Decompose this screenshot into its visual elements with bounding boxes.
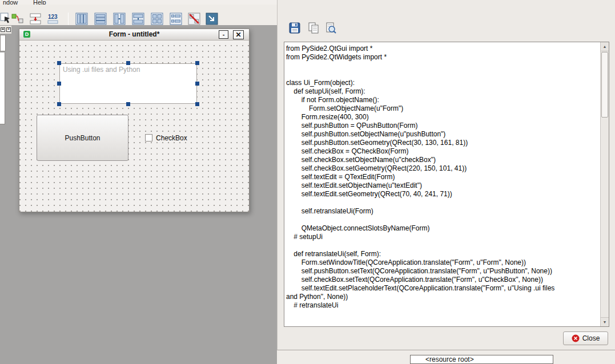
code-line: Form.resize(400, 300) [286, 113, 600, 122]
textedit-widget[interactable]: Using .ui files and Python [59, 63, 197, 104]
find-icon[interactable] [323, 21, 338, 35]
resource-root-item[interactable]: <resource root> [425, 355, 553, 363]
code-line: self.pushButton = QPushButton(Form) [286, 122, 600, 130]
form-window-titlebar[interactable]: D Form - untitled* - ✕ [19, 29, 249, 41]
scroll-down-icon[interactable]: ▼ [601, 317, 609, 326]
menu-help[interactable]: Help [33, 0, 46, 5]
code-line [286, 216, 600, 224]
selection-handle[interactable] [57, 102, 61, 106]
selection-handle[interactable] [195, 61, 199, 65]
selection-handle[interactable] [57, 61, 61, 65]
checkbox-widget[interactable]: CheckBox [145, 126, 203, 149]
selection-handle[interactable] [195, 102, 199, 106]
code-line: self.checkBox.setText(QCoreApplication.t… [286, 276, 600, 284]
code-line: self.textEdit.setObjectName(u"textEdit") [286, 181, 600, 190]
form-close-button[interactable]: ✕ [233, 30, 244, 39]
code-line: self.textEdit.setGeometry(QRect(70, 40, … [286, 190, 600, 199]
code-line: self.textEdit.setPlaceholderText(QCoreAp… [286, 284, 600, 293]
svg-text:123: 123 [48, 14, 58, 20]
form-minimize-button[interactable]: - [219, 30, 228, 39]
code-line: self.retranslateUi(Form) [286, 207, 600, 216]
dock-float-icon[interactable] [1, 27, 5, 32]
pushbutton-widget[interactable]: PushButton [37, 115, 128, 161]
code-line: if not Form.objectName(): [286, 96, 600, 104]
qt-designer-screen: ndow Help 123 [0, 0, 615, 364]
copy-icon[interactable] [306, 21, 321, 35]
close-button[interactable]: Close [563, 331, 608, 345]
code-line: class Ui_Form(object): [286, 79, 600, 87]
edit-tab-order-icon[interactable]: 123 [46, 11, 61, 26]
code-line: from PySide2.QtGui import * [286, 45, 600, 53]
form-window-title: Form - untitled* [19, 29, 249, 40]
selection-handle[interactable] [126, 61, 130, 65]
menubar: ndow Help [0, 0, 277, 5]
edit-buddies-icon[interactable] [29, 11, 43, 26]
scrollbar-thumb[interactable] [601, 52, 608, 118]
layout-grid-icon[interactable] [150, 11, 164, 26]
edit-signals-slots-icon[interactable] [10, 11, 25, 26]
code-line: QMetaObject.connectSlotsByName(Form) [286, 224, 600, 233]
scroll-up-icon[interactable]: ▲ [601, 42, 609, 51]
dock-fragment-panel [0, 52, 5, 124]
code-view[interactable]: from PySide2.QtGui import *from PySide2.… [284, 42, 609, 327]
code-line: self.pushButton.setGeometry(QRect(30, 13… [286, 139, 600, 147]
dock-fragment-box [0, 35, 6, 51]
code-line: self.textEdit = QTextEdit(Form) [286, 173, 600, 181]
code-line: self.checkBox.setGeometry(QRect(220, 150… [286, 164, 600, 173]
code-line: Form.setObjectName(u"Form") [286, 104, 600, 113]
layout-vertical-icon[interactable] [93, 11, 108, 26]
layout-vertical-splitter-icon[interactable] [131, 11, 146, 26]
code-line [286, 199, 600, 207]
menu-window[interactable]: ndow [3, 0, 18, 5]
selection-handle[interactable] [57, 82, 61, 86]
code-line: and Python", None)) [286, 293, 600, 301]
close-button-label: Close [582, 334, 600, 342]
code-line: def setupUi(self, Form): [286, 87, 600, 96]
resource-browser: <resource root> [410, 355, 553, 364]
code-line: self.checkBox = QCheckBox(Form) [286, 147, 600, 156]
code-line: self.checkBox.setObjectName(u"checkBox") [286, 156, 600, 164]
code-lines: from PySide2.QtGui import *from PySide2.… [284, 42, 600, 326]
toolbar-separator [68, 13, 69, 25]
save-icon[interactable] [287, 21, 302, 35]
main-toolbar: 123 [0, 5, 277, 25]
layout-horizontal-splitter-icon[interactable] [112, 11, 127, 26]
code-line: # retranslateUi [286, 301, 600, 310]
checkbox-label: CheckBox [156, 134, 187, 142]
break-layout-icon[interactable] [187, 11, 202, 26]
adjust-size-icon[interactable] [204, 11, 219, 26]
selection-handle[interactable] [195, 82, 199, 86]
layout-form-icon[interactable] [168, 11, 183, 26]
code-line: from PySide2.QtWidgets import * [286, 53, 600, 62]
code-line: Form.setWindowTitle(QCoreApplication.tra… [286, 258, 600, 267]
selection-handle[interactable] [126, 102, 130, 106]
layout-horizontal-icon[interactable] [74, 11, 89, 26]
code-preview-dialog: from PySide2.QtGui import *from PySide2.… [277, 0, 615, 350]
dock-close-icon[interactable]: ✕ [6, 27, 11, 32]
close-circle-icon [572, 334, 580, 342]
vertical-scrollbar[interactable]: ▲ ▼ [600, 42, 609, 326]
form-editor-window: D Form - untitled* - ✕ Using .ui files a… [19, 29, 250, 212]
code-line: # setupUi [286, 233, 600, 241]
code-line [286, 241, 600, 250]
checkbox-indicator[interactable] [145, 134, 152, 141]
code-line: self.pushButton.setText(QCoreApplication… [286, 267, 600, 276]
code-line: def retranslateUi(self, Form): [286, 250, 600, 258]
code-line: self.pushButton.setObjectName(u"pushButt… [286, 130, 600, 139]
form-canvas[interactable]: Using .ui files and Python PushButton Ch… [19, 41, 249, 212]
code-line [286, 62, 600, 70]
dock-titlebar-buttons: ✕ [0, 26, 11, 34]
code-line [286, 70, 600, 79]
